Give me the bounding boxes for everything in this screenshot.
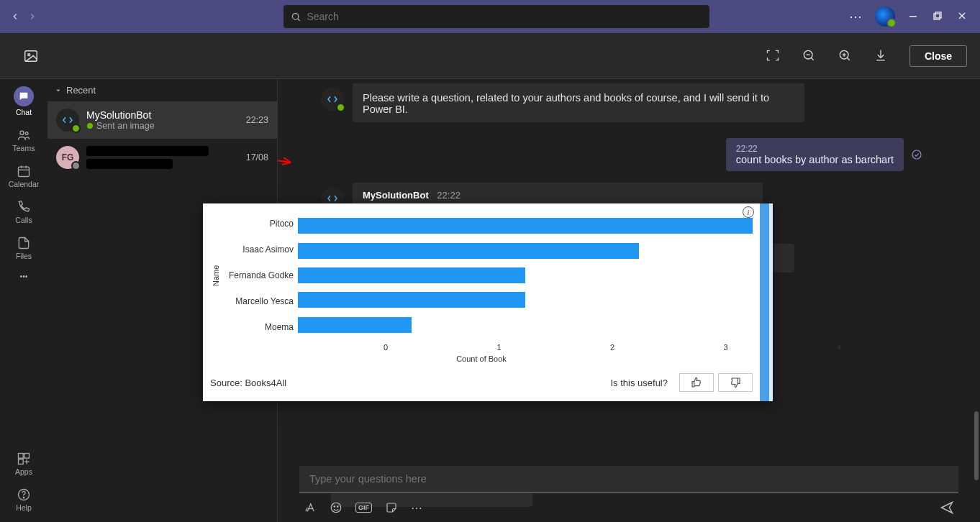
files-icon [17, 236, 31, 250]
chart-y-categories: PitocoIsaac AsimovFernanda GodkeMarcello… [222, 211, 298, 340]
image-icon [23, 48, 39, 64]
scrollbar[interactable] [974, 411, 979, 480]
emoji-icon[interactable] [330, 501, 342, 514]
chart-useful-label: Is this useful? [611, 377, 668, 388]
my-message-row: 22:22 count books by author as barchart [299, 138, 922, 171]
chat-item-user[interactable]: FG 17/08 [47, 139, 277, 176]
profile-avatar[interactable] [875, 6, 895, 27]
my-message-bubble: 22:22 count books by author as barchart [726, 138, 904, 171]
rail-teams-label: Teams [13, 144, 35, 152]
chart-x-axis-label: Count of Book [210, 354, 753, 363]
svg-rect-7 [25, 50, 37, 61]
format-icon[interactable] [304, 501, 317, 514]
calendar-icon [17, 164, 31, 178]
chat-item-subtitle: Sent an image [86, 121, 239, 131]
sticker-icon[interactable] [385, 501, 398, 514]
chart-bar [298, 218, 753, 234]
close-viewer-button[interactable]: Close [909, 45, 967, 67]
chart-bar [298, 317, 412, 333]
sent-check-icon [911, 149, 922, 160]
title-bar: ⋯ [0, 0, 980, 33]
svg-point-16 [20, 131, 24, 134]
svg-rect-22 [19, 454, 24, 459]
maximize-button[interactable] [933, 11, 944, 22]
message-time: 22:22 [437, 190, 460, 201]
rail-help-label: Help [16, 503, 32, 512]
rail-calendar[interactable]: Calendar [9, 164, 40, 188]
svg-line-11 [811, 58, 813, 60]
apps-icon [17, 452, 31, 466]
rail-chat-label: Chat [16, 108, 32, 116]
svg-rect-18 [19, 167, 30, 176]
image-viewer-toolbar: Close [0, 33, 980, 79]
rail-help[interactable]: Help [16, 487, 32, 512]
help-icon [17, 487, 31, 502]
chart-x-ticks: 01234 [298, 343, 753, 353]
zoom-out-icon[interactable] [802, 48, 817, 64]
recent-label: Recent [66, 85, 96, 96]
chart-bar [298, 243, 639, 259]
svg-point-8 [28, 53, 30, 55]
svg-point-31 [334, 506, 335, 508]
presence-icon [86, 122, 94, 129]
zoom-in-icon[interactable] [838, 48, 853, 64]
svg-point-17 [25, 132, 28, 135]
chart-bar [298, 267, 525, 283]
svg-line-15 [847, 58, 849, 60]
bot-message-bubble: Please write a question, related to your… [353, 83, 804, 122]
rail-apps[interactable]: Apps [15, 452, 32, 476]
svg-point-28 [912, 150, 921, 159]
chart-bars [298, 211, 753, 340]
chat-item-time: 17/08 [246, 152, 268, 162]
svg-point-30 [331, 503, 341, 513]
rail-calls-label: Calls [15, 216, 32, 224]
chart-bar [298, 292, 525, 308]
chat-item-title: MySolutionBot [86, 109, 239, 121]
minimize-button[interactable] [908, 11, 920, 22]
send-icon[interactable] [940, 500, 954, 515]
more-options-button[interactable]: ⋯ [849, 9, 862, 24]
more-compose-icon[interactable]: ⋯ [411, 501, 422, 515]
message-text: count books by author as barchart [736, 154, 894, 165]
recent-header[interactable]: Recent [47, 79, 277, 101]
app-rail: Chat Teams Calendar Calls Files ••• Apps [0, 79, 47, 522]
rail-chat[interactable]: Chat [14, 86, 34, 116]
chat-item-bot[interactable]: MySolutionBot Sent an image 22:23 [47, 101, 277, 139]
rail-calendar-label: Calendar [9, 180, 40, 188]
search-input[interactable] [307, 11, 702, 22]
message-author: MySolutionBot [363, 190, 429, 201]
message-text: Please write a question, related to your… [363, 92, 794, 115]
download-icon[interactable] [874, 48, 889, 64]
search-icon [291, 12, 301, 22]
fit-screen-icon[interactable] [766, 48, 781, 64]
rail-files[interactable]: Files [16, 236, 32, 260]
chart-overlay: i Name PitocoIsaac AsimovFernanda GodkeM… [203, 203, 773, 401]
gif-icon[interactable]: GIF [355, 503, 372, 513]
chart-y-axis-label: Name [210, 211, 222, 340]
chevron-down-icon [55, 87, 62, 94]
thumbs-up-button[interactable] [679, 373, 714, 392]
annotation-arrow-icon [278, 151, 299, 180]
chat-item-time: 22:23 [246, 115, 268, 125]
nav-back-button[interactable] [9, 10, 22, 23]
compose-input[interactable] [299, 466, 958, 493]
chart-source-label: Source: Books4All [210, 377, 286, 388]
user-avatar: FG [56, 146, 79, 169]
bot-avatar-icon [56, 109, 79, 132]
svg-line-1 [298, 19, 300, 21]
thumbs-down-button[interactable] [718, 373, 753, 392]
message-time: 22:22 [736, 144, 894, 154]
search-box[interactable] [283, 5, 709, 28]
close-window-button[interactable] [957, 11, 968, 22]
rail-more[interactable]: ••• [19, 272, 27, 280]
redacted-sub [86, 159, 173, 169]
nav-forward-button[interactable] [26, 10, 39, 23]
chart-side-strip [760, 203, 773, 401]
rail-files-label: Files [16, 252, 32, 260]
calls-icon [17, 200, 31, 214]
message-row: Please write a question, related to your… [321, 83, 958, 122]
rail-teams[interactable]: Teams [13, 128, 35, 152]
svg-rect-23 [24, 454, 30, 459]
svg-rect-3 [934, 14, 940, 19]
rail-calls[interactable]: Calls [15, 200, 32, 224]
